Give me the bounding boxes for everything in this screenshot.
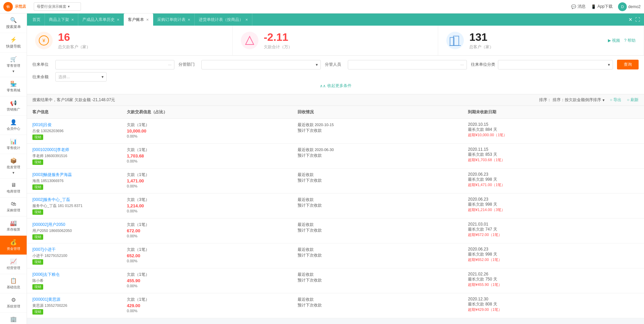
balance-placeholder: 选择...	[58, 74, 70, 80]
sidebar-item-warehouse[interactable]: 🏭 库存核算	[0, 216, 27, 236]
video-btn[interactable]: ▶ 视频	[608, 38, 620, 43]
sidebar-item-operation[interactable]: 📈 经营管理	[0, 255, 27, 274]
customer-tag-2: 现销	[32, 184, 43, 190]
tab-product-history-close[interactable]: ✕	[117, 18, 119, 22]
tab-product-history[interactable]: 产成品入库单历史 ✕	[78, 13, 124, 26]
overdue-link-2[interactable]: 超期¥1,471.00（1笔）	[468, 182, 639, 187]
store-icon: 🏪	[10, 81, 17, 87]
customer-name-2[interactable]: [0003]畅捷服务尹海蕊	[32, 172, 127, 178]
customer-name-4[interactable]: [000002]用户2050	[32, 222, 127, 228]
tab-purchase-product[interactable]: 进货单统计表（按商品） ✕	[195, 13, 252, 26]
sort-select[interactable]: 排序： 排序：按欠款金额倒序排序 ▾	[539, 97, 605, 103]
table-row: [0002]服务中心_丁磊 服务中心_丁磊 181 0125 8371 现销 欠…	[27, 194, 644, 218]
debt-amount-1[interactable]: 1,703.68	[127, 153, 298, 158]
tab-product-off-close[interactable]: ✕	[71, 18, 74, 22]
sidebar-item-member[interactable]: 👤 会员中心	[0, 116, 27, 135]
debt-ratio-5: 0.00%	[127, 259, 298, 263]
help-btn[interactable]: ? 帮助	[624, 38, 636, 43]
sort-value: 排序：按欠款金额倒序排序	[553, 97, 601, 103]
avatar: D	[618, 2, 627, 11]
customer-name-1[interactable]: [0001020001]李老师	[32, 147, 127, 153]
tab-customer-account[interactable]: 客户账本 ✕	[124, 13, 153, 26]
sidebar-item-batch-mgmt[interactable]: 📦 批发管理 ▾	[0, 154, 27, 179]
batch-arrow-icon: ▾	[12, 171, 15, 175]
customer-info-7: [000001]黄思源 黄思源 13552700226 现销	[32, 297, 127, 315]
warehouse-icon: 🏭	[10, 220, 17, 226]
sidebar-item-search[interactable]: 🔍 搜索菜单	[0, 13, 27, 33]
export-button[interactable]: ○ 导出	[610, 97, 622, 103]
svg-marker-2	[246, 36, 254, 45]
overdue-link-5[interactable]: 超期¥652.00（1笔）	[468, 257, 639, 262]
sidebar-item-purchase[interactable]: 🛍 采购管理	[0, 198, 27, 216]
recovery-info-5: 最近收款 预计下次收款	[298, 247, 468, 258]
table-header: 客户信息 欠款交易信息（占比） 回收情况 到期未收款日期	[27, 106, 644, 119]
filter-unit-type-label: 往来单位分类	[471, 62, 495, 67]
customer-tag-6: 现销	[32, 284, 43, 290]
debt-amount-5[interactable]: 652.00	[127, 253, 298, 258]
overdue-link-7[interactable]: 超期¥429.00（1笔）	[468, 307, 639, 312]
sidebar-item-retail-stat[interactable]: 📊 零售统计	[0, 135, 27, 154]
sidebar-item-finance[interactable]: 💰 资金管理	[0, 236, 27, 255]
customer-name-7[interactable]: [000001]黄思源	[32, 297, 127, 302]
result-bar: 搜索结果中，客户16家 欠款金额 -21,148.07元 排序： 排序：按欠款金…	[27, 94, 644, 106]
debt-amount-6[interactable]: 455.90	[127, 278, 298, 283]
tab-home[interactable]: 首页	[28, 13, 45, 26]
tab-purchase-stat-close[interactable]: ✕	[188, 18, 190, 22]
debt-amount-3[interactable]: 1,214.00	[127, 203, 298, 208]
debt-amount-0[interactable]: 10,000.00	[127, 128, 298, 134]
tab-purchase-stat[interactable]: 采购订单统计表 ✕	[153, 13, 195, 26]
customer-name-0[interactable]: [0016]吕俊	[32, 122, 127, 128]
filter-dept-select[interactable]: ▾	[201, 60, 320, 69]
app-download-btn[interactable]: 📱 App下载	[591, 4, 613, 9]
customer-tag-1: 现销	[32, 159, 43, 165]
overdue-link-6[interactable]: 超期¥455.90（1笔）	[468, 282, 639, 287]
dots-icon: ···	[168, 62, 171, 67]
customer-name-5[interactable]: [0007]小进干	[32, 247, 127, 253]
sidebar-item-enterprise[interactable]: 🏢 企业协同	[0, 313, 27, 324]
sidebar-item-ecommerce[interactable]: 🖥 电商管理	[0, 179, 27, 198]
sidebar-item-retail-mgmt[interactable]: 🛒 零售管理 ▾	[0, 53, 27, 77]
refresh-icon: ○	[627, 97, 631, 102]
store-selector[interactable]: 母婴行业演示账套 ▾	[34, 2, 81, 11]
stat-card-actions: ▶ 视频 ? 帮助	[608, 38, 636, 43]
customer-name-6[interactable]: [0006]去下粮仓	[32, 272, 127, 277]
overdue-link-4[interactable]: 超期¥672.00（1笔）	[468, 232, 639, 237]
video-icon: ▶	[608, 38, 611, 43]
tab-expand-icon[interactable]: ⛶	[635, 17, 640, 22]
query-button[interactable]: 查询	[617, 60, 639, 69]
customer-info-3: [0002]服务中心_丁磊 服务中心_丁磊 181 0125 8371 现销	[32, 197, 127, 215]
filter-from-unit-label: 往来单位	[32, 62, 53, 67]
filter-person-label: 分管人员	[325, 62, 345, 67]
sort-chevron: ▾	[603, 98, 605, 102]
debt-info-2: 欠款（1笔） 1,471.00 0.00%	[127, 172, 298, 188]
tab-close-all-icon[interactable]: ✕	[628, 17, 633, 22]
tab-product-off[interactable]: 商品上下架 ✕	[45, 13, 78, 26]
tab-customer-account-close[interactable]: ✕	[146, 18, 149, 22]
user-menu[interactable]: D demo2	[618, 2, 641, 11]
sidebar-item-system[interactable]: ⚙ 系统管理	[0, 293, 27, 313]
filter-unit-type-select[interactable]: ▾	[498, 60, 613, 69]
debt-count-0: 欠款（1笔）	[127, 122, 298, 128]
refresh-button[interactable]: ○ 刷新	[627, 97, 639, 103]
debt-amount-4[interactable]: 672.00	[127, 228, 298, 233]
customer-tag-7: 现销	[32, 309, 43, 315]
dept-chevron: ▾	[316, 62, 318, 67]
customer-name-3[interactable]: [0002]服务中心_丁磊	[32, 197, 127, 203]
filter-person-input[interactable]: ···	[348, 60, 467, 69]
tab-purchase-product-close[interactable]: ✕	[245, 18, 248, 22]
debt-amount-7[interactable]: 429.00	[127, 303, 298, 308]
collapse-row[interactable]: ∧∧ 收起更多条件	[32, 82, 639, 90]
sidebar-item-quick-nav[interactable]: ⚡ 快捷导航	[0, 33, 27, 53]
sidebar-item-basic[interactable]: 📋 基础信息	[0, 274, 27, 293]
overdue-link-1[interactable]: 超期¥1,703.68（1笔）	[468, 157, 639, 163]
debt-amount-2[interactable]: 1,471.00	[127, 178, 298, 183]
sidebar-item-retail-store[interactable]: 🏪 零售商城	[0, 77, 27, 96]
message-btn[interactable]: 💬 消息	[571, 4, 586, 9]
sidebar-item-marketing[interactable]: 📢 营销推广	[0, 96, 27, 116]
filter-from-unit-input[interactable]: ···	[55, 60, 174, 69]
overdue-link-0[interactable]: 超期¥10,000.00（1笔）	[468, 132, 639, 138]
debt-count-7: 欠款（1笔）	[127, 297, 298, 302]
filter-balance-select[interactable]: 选择... ▾	[55, 72, 107, 82]
table-row: [0001020001]李老师 李老师 18600391516 现销 欠款（1笔…	[27, 144, 644, 169]
overdue-link-3[interactable]: 超期¥1,214.00（3笔）	[468, 207, 639, 212]
